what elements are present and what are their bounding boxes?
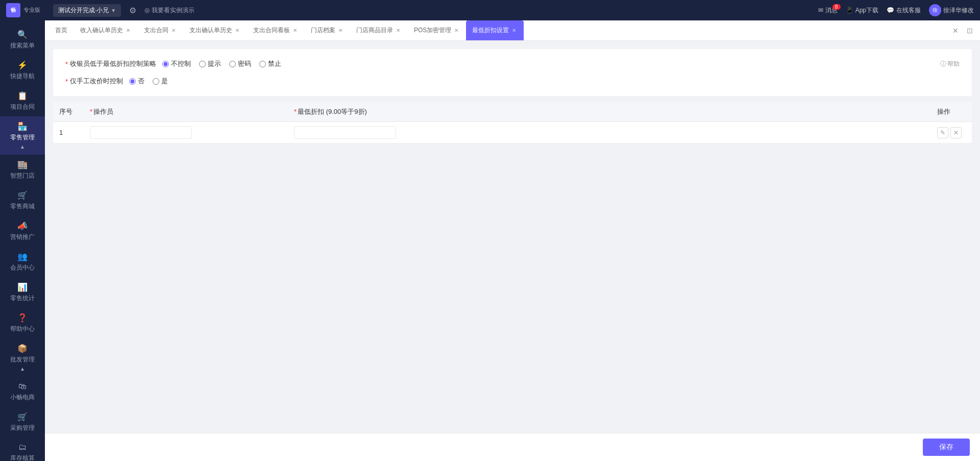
sidebar-item-inventory[interactable]: 🗂库存核算: [0, 438, 45, 461]
tab-payment-confirm[interactable]: 支出确认单历史✕: [183, 20, 247, 41]
tab-label-payment-confirm: 支出确认单历史: [189, 26, 232, 35]
tab-close-store-archive[interactable]: ✕: [337, 27, 344, 34]
tab-payment-board[interactable]: 支出合同看板✕: [247, 20, 305, 41]
tab-close-store-goods[interactable]: ✕: [395, 27, 401, 34]
sidebar-icon-marketing: 📣: [17, 221, 28, 231]
tab-label-store-goods: 门店商品目录: [356, 26, 393, 35]
sidebar-label-wholesale: 批发管理: [10, 355, 35, 364]
help-link[interactable]: ⓘ 帮助: [940, 60, 960, 68]
delete-row-btn-0[interactable]: ✕: [950, 127, 962, 138]
tab-label-home: 首页: [55, 26, 67, 35]
tab-store-archive[interactable]: 门店档案✕: [305, 20, 350, 41]
sidebar-item-wholesale[interactable]: 📦批发管理▲: [0, 338, 45, 377]
sidebar-item-shortcut[interactable]: ⚡快捷导航: [0, 55, 45, 86]
messages-badge: 8: [832, 4, 841, 10]
bottom-bar: 保存: [45, 433, 980, 461]
chevron-icon: ▲: [20, 366, 25, 372]
tab-close-min-discount[interactable]: ✕: [511, 27, 517, 34]
col-header-actions: 操作: [931, 102, 972, 122]
tab-close-payment-contract[interactable]: ✕: [170, 27, 177, 34]
sidebar-item-retail-stats[interactable]: 📊零售统计: [0, 277, 45, 308]
sidebar-icon-wholesale: 📦: [17, 344, 28, 353]
save-button[interactable]: 保存: [923, 439, 970, 456]
tab-close-payment-board[interactable]: ✕: [292, 27, 298, 34]
tab-bar-end: ✕ ⊡: [949, 25, 976, 37]
manual-radio-label-yes: 是: [161, 77, 168, 86]
discount-input-0[interactable]: [294, 126, 396, 139]
tab-close-income-confirm[interactable]: ✕: [125, 27, 131, 34]
tab-store-goods[interactable]: 门店商品目录✕: [350, 20, 408, 41]
manual-radio-no[interactable]: [129, 78, 136, 85]
message-icon: ✉: [818, 7, 823, 14]
app-download-label: App下载: [855, 6, 878, 15]
sidebar-icon-help-center: ❓: [17, 313, 28, 323]
control-option-no_control[interactable]: 不控制: [162, 59, 191, 68]
close-tab-btn[interactable]: ✕: [949, 25, 962, 37]
control-option-password[interactable]: 密码: [229, 59, 251, 68]
control-radio-password[interactable]: [229, 61, 236, 67]
tab-income-confirm[interactable]: 收入确认单历史✕: [74, 20, 138, 41]
sidebar-item-retail-mall[interactable]: 🛒零售商城: [0, 185, 45, 216]
edit-row-btn-0[interactable]: ✎: [937, 127, 948, 138]
col-header-seq: 序号: [53, 102, 84, 122]
topbar-settings-icon[interactable]: ⚙: [127, 4, 138, 17]
table-card: 序号*操作员*最低折扣 (9.00等于9折)操作 1 ✎ ✕: [53, 102, 972, 143]
tab-close-pos-password[interactable]: ✕: [453, 27, 459, 34]
control-radio-no_control[interactable]: [162, 61, 169, 67]
sidebar-label-project: 项目合同: [10, 103, 35, 111]
control-radio-remind[interactable]: [199, 61, 206, 67]
sidebar-item-project[interactable]: 📋项目合同: [0, 86, 45, 116]
control-radio-forbid[interactable]: [259, 61, 266, 67]
operator-input-0[interactable]: [90, 126, 192, 139]
sidebar-icon-ecommerce: 🛍: [18, 382, 27, 391]
control-option-forbid[interactable]: 禁止: [259, 59, 281, 68]
cell-operator-0[interactable]: [84, 122, 288, 143]
top-bar: 畅 专业版 测试分开完成·小兄 ▼ ⚙ ◎ 我要看实例演示 ✉ 消息 8 📱 A…: [0, 0, 980, 20]
help-label: 帮助: [947, 60, 960, 68]
tab-close-payment-confirm[interactable]: ✕: [234, 27, 240, 34]
sidebar-label-retail-stats: 零售统计: [10, 294, 35, 303]
sidebar-item-help-center[interactable]: ❓帮助中心: [0, 308, 45, 338]
sidebar-item-search[interactable]: 🔍搜索菜单: [0, 25, 45, 55]
manual-radio-yes[interactable]: [153, 78, 159, 85]
app-download-button[interactable]: 📱 App下载: [846, 6, 878, 15]
sidebar-item-smart-store[interactable]: 🏬智慧门店: [0, 155, 45, 185]
manual-radio-label-no: 否: [138, 77, 144, 86]
help-icon: ⓘ: [940, 60, 946, 68]
expand-tab-btn[interactable]: ⊡: [964, 25, 976, 37]
manual-option-yes[interactable]: 是: [153, 77, 168, 86]
tab-pos-password[interactable]: POS加密管理✕: [408, 20, 466, 41]
online-service-button[interactable]: 💬 在线客服: [887, 6, 921, 15]
sidebar-label-retail-mall: 零售商城: [10, 202, 35, 211]
tab-payment-contract[interactable]: 支出合同✕: [138, 20, 183, 41]
sidebar-item-member[interactable]: 👥会员中心: [0, 247, 45, 277]
sidebar-item-retail[interactable]: 🏪零售管理▲: [0, 116, 45, 155]
control-strategy-radio-group: 不控制提示密码禁止: [162, 59, 281, 68]
user-menu[interactable]: 徐 徐泽华修改: [929, 4, 974, 16]
control-radio-label-password: 密码: [238, 59, 251, 68]
logo-area: 畅 专业版: [6, 3, 47, 17]
sidebar-label-member: 会员中心: [10, 263, 35, 272]
sidebar-item-ecommerce[interactable]: 🛍小畅电商: [0, 377, 45, 407]
chevron-icon: ▲: [20, 144, 25, 150]
tab-min-discount[interactable]: 最低折扣设置✕: [466, 20, 524, 41]
control-option-remind[interactable]: 提示: [199, 59, 221, 68]
tab-home[interactable]: 首页: [49, 20, 74, 41]
tab-label-min-discount: 最低折扣设置: [472, 26, 509, 35]
tab-label-income-confirm: 收入确认单历史: [80, 26, 123, 35]
project-selector[interactable]: 测试分开完成·小兄 ▼: [53, 4, 121, 17]
demo-link[interactable]: ◎ 我要看实例演示: [144, 6, 194, 15]
sidebar-item-purchase[interactable]: 🛒采购管理: [0, 407, 45, 438]
manual-option-no[interactable]: 否: [129, 77, 144, 86]
sidebar-label-purchase: 采购管理: [10, 424, 35, 432]
project-name: 测试分开完成·小兄: [58, 6, 109, 15]
demo-link-label: 我要看实例演示: [152, 6, 194, 15]
sidebar-label-inventory: 库存核算: [10, 454, 35, 461]
topbar-right: ✉ 消息 8 📱 App下载 💬 在线客服 徐 徐泽华修改: [818, 4, 974, 16]
table-row: 1 ✎ ✕: [53, 122, 972, 143]
cell-discount-0[interactable]: [288, 122, 931, 143]
sidebar-item-marketing[interactable]: 📣营销推广: [0, 216, 45, 247]
control-radio-label-forbid: 禁止: [268, 59, 281, 68]
messages-button[interactable]: ✉ 消息 8: [818, 6, 838, 15]
tab-label-payment-contract: 支出合同: [144, 26, 168, 35]
